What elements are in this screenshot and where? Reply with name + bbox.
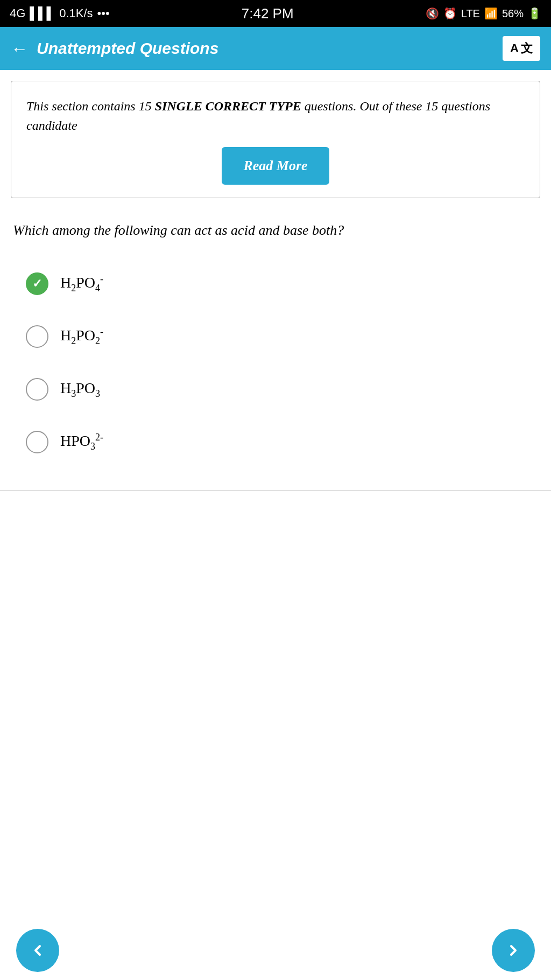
radio-b[interactable] [26,325,48,348]
battery-icon: 🔋 [528,7,541,20]
radio-a[interactable] [26,272,48,295]
translate-button[interactable]: A 文 [503,36,540,61]
lte-indicator: LTE [461,8,480,20]
signal-bars: ▌▌▌ [30,6,55,20]
bottom-navigation [0,921,551,980]
time-display: 7:42 PM [242,5,294,22]
speed-indicator: 0.1K/s [59,6,93,20]
back-button[interactable]: ← [11,39,28,59]
page-title: Unattempted Questions [37,39,218,58]
question-area: Which among the following can act as aci… [0,204,551,479]
section-description: This section contains 15 SINGLE CORRECT … [26,96,525,135]
radio-d[interactable] [26,431,48,453]
read-more-button[interactable]: Read More [222,147,329,185]
chevron-right-icon [505,942,522,959]
app-header: ← Unattempted Questions A 文 [0,27,551,70]
radio-c[interactable] [26,378,48,401]
section-info-box: This section contains 15 SINGLE CORRECT … [11,81,540,198]
option-a-label: H2PO4- [60,274,103,294]
mute-icon: 🔇 [426,7,439,20]
status-left: 4G ▌▌▌ 0.1K/s ••• [10,6,110,20]
option-b[interactable]: H2PO2- [13,310,538,363]
option-d-label: HPO32- [60,432,103,452]
next-button[interactable] [492,929,535,972]
header-left: ← Unattempted Questions [11,39,218,59]
option-d[interactable]: HPO32- [13,416,538,468]
wifi-icon: 📶 [484,7,498,20]
dots-indicator: ••• [97,6,110,20]
status-right: 🔇 ⏰ LTE 📶 56% 🔋 [426,7,541,20]
option-a[interactable]: H2PO4- [13,257,538,310]
translate-icon: 文 [521,40,533,57]
battery-indicator: 56% [502,8,524,20]
question-text: Which among the following can act as aci… [13,220,538,241]
translate-a: A [510,41,519,55]
prev-button[interactable] [16,929,59,972]
bottom-divider [0,490,551,491]
network-indicator: 4G [10,6,25,20]
status-bar: 4G ▌▌▌ 0.1K/s ••• 7:42 PM 🔇 ⏰ LTE 📶 56% … [0,0,551,27]
alarm-icon: ⏰ [443,7,457,20]
option-c-label: H3PO3 [60,380,100,400]
option-b-label: H2PO2- [60,326,103,347]
option-c[interactable]: H3PO3 [13,363,538,416]
chevron-left-icon [29,942,46,959]
